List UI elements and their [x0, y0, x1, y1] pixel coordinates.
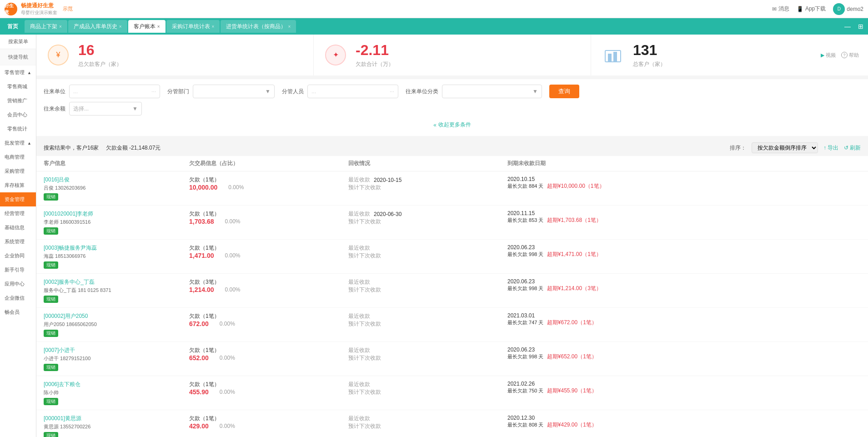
overdue-amount[interactable]: 超期¥1,471.00（1笔） — [547, 251, 602, 257]
person-filter-label: 分管人员 — [282, 88, 304, 95]
customer-filter-input[interactable]: ... ··· — [69, 85, 160, 98]
sidebar-item-retail-stats[interactable]: 零售统计 — [0, 122, 36, 136]
message-btn[interactable]: ✉ 消息 — [772, 5, 789, 13]
sidebar-item-purchase[interactable]: 采购管理 — [0, 164, 36, 178]
tab-customer-ledger[interactable]: 客户账本 × — [128, 20, 166, 33]
sidebar-item-wecom[interactable]: 企业微信 — [0, 291, 36, 305]
tab-production-history[interactable]: 产成品入库单历史 × — [68, 20, 127, 33]
sidebar-item-inventory[interactable]: 库存核算 — [0, 178, 36, 192]
tab-close-icon[interactable]: × — [157, 24, 160, 29]
sidebar-item-ecommerce[interactable]: 电商管理 — [0, 150, 36, 164]
overdue-amount[interactable]: 超期¥429.00（1笔） — [547, 422, 597, 428]
chevron-down-icon: ▼ — [265, 88, 271, 95]
recovery-cell: 最近收款 预计下次收款 — [348, 278, 507, 294]
tab-purchase-by-product[interactable]: 进货单统计表（按商品） × — [221, 20, 296, 33]
table-row: [0006]去下粮仓 陈小帅 现销 欠款（1笔） 455.90 0.00% 最近… — [36, 376, 868, 410]
filter-category: 往来单位分类 ▼ — [406, 85, 542, 98]
customer-info-cell: [0007]小进干 小进干 18279152100 现销 — [44, 347, 189, 371]
filter-customer: 往来单位 ... ··· — [44, 85, 160, 98]
sidebar-item-marketing[interactable]: 营销推广 — [0, 94, 36, 108]
overdue-amount[interactable]: 超期¥672.00（1笔） — [547, 319, 597, 326]
logo-area: 好生意 畅捷通好生意 母婴行业演示账套 示范 — [5, 2, 73, 16]
col-customer-info: 客户信息 — [44, 160, 189, 167]
app-download-btn[interactable]: 📱 App下载 — [797, 5, 826, 13]
customer-info-cell: [0002]服务中心_丁磊 服务中心_丁磊 181 0125 8371 现销 — [44, 278, 189, 303]
person-filter-input[interactable]: ... ··· — [307, 85, 398, 98]
sidebar-item-quick-nav[interactable]: 快捷导航 — [0, 49, 36, 65]
customer-name-link[interactable]: [000002]用户2050 — [44, 312, 189, 320]
top-right-area: ✉ 消息 📱 App下载 D demo2 — [772, 3, 863, 15]
tab-purchase-stats[interactable]: 采购订单统计表 × — [166, 20, 220, 33]
debt-info-cell: 欠款（3笔） 1,214.00 0.00% — [189, 278, 348, 293]
filter-more-icon: ··· — [151, 88, 156, 95]
category-filter-label: 往来单位分类 — [406, 88, 438, 95]
sidebar-item-guide[interactable]: 新手引导 — [0, 263, 36, 277]
customer-name-link[interactable]: [000001]黄思源 — [44, 415, 189, 422]
dept-filter-label: 分管部门 — [167, 88, 189, 95]
overdue-amount[interactable]: 超期¥10,000.00（1笔） — [547, 183, 605, 189]
refresh-btn[interactable]: ↺ 刷新 — [844, 144, 861, 152]
sidebar-item-finance[interactable]: 资金管理 — [0, 192, 36, 206]
customer-name-link[interactable]: [0016]吕俊 — [44, 176, 189, 184]
export-btn[interactable]: ↑ 导出 — [823, 144, 838, 152]
sidebar-search[interactable]: 搜索菜单 — [0, 35, 36, 49]
table-row: [000002]用户2050 用户2050 18665062050 现销 欠款（… — [36, 308, 868, 342]
tab-close-icon[interactable]: × — [59, 24, 62, 29]
tab-close-icon[interactable]: × — [119, 24, 122, 29]
sort-select[interactable]: 按欠款金额倒序排序 — [752, 142, 818, 153]
avatar: D — [833, 3, 845, 15]
customer-phone: 用户2050 18665062050 — [44, 321, 189, 328]
summary-cards: ¥ 16 总欠款客户（家） ✦ -2.11 欠款合计（万） — [36, 35, 868, 75]
sidebar-item-wholesale-mgmt[interactable]: 批发管理 ▲ — [0, 136, 36, 150]
help-btn[interactable]: ? 帮助 — [841, 52, 859, 59]
tab-product-listing[interactable]: 商品上下架 × — [25, 20, 67, 33]
card-overdue-amount: ✦ -2.11 欠款合计（万） — [314, 35, 591, 75]
search-button[interactable]: 查询 — [549, 85, 579, 98]
top-bar: 好生意 畅捷通好生意 母婴行业演示账套 示范 ✉ 消息 📱 App下载 D de… — [0, 0, 868, 18]
card-total-customers: 131 总客户（家） ▶ 视频 ? 帮助 — [591, 35, 868, 75]
debt-info-cell: 欠款（1笔） 455.90 0.00% — [189, 381, 348, 396]
customer-tag: 现销 — [44, 193, 58, 201]
customer-name-link[interactable]: [0002]服务中心_丁磊 — [44, 278, 189, 286]
app-icon: 📱 — [797, 6, 803, 12]
minimize-btn[interactable]: — — [842, 22, 853, 31]
total-customers-label: 总客户（家） — [633, 60, 666, 68]
table-row: [0016]吕俊 吕俊 13026203696 现销 欠款（1笔） 10,000… — [36, 171, 868, 206]
sidebar-item-operations[interactable]: 经营管理 — [0, 206, 36, 221]
logo-icon: 好生意 — [5, 3, 17, 15]
overdue-amount[interactable]: 超期¥1,214.00（3笔） — [547, 285, 602, 291]
overdue-amount[interactable]: 超期¥455.90（1笔） — [547, 387, 597, 394]
sidebar-item-app-center[interactable]: 应用中心 — [0, 277, 36, 291]
sidebar-item-retail-mall[interactable]: 零售商城 — [0, 80, 36, 94]
customer-name-link[interactable]: [0001020001]李老师 — [44, 210, 189, 218]
sidebar-item-retail-mgmt[interactable]: 零售管理 ▲ — [0, 65, 36, 80]
dept-filter-select[interactable]: ▼ — [193, 85, 275, 98]
sidebar-item-member-center[interactable]: 会员中心 — [0, 108, 36, 122]
customer-name-link[interactable]: [0007]小进干 — [44, 347, 189, 354]
tab-close-icon[interactable]: × — [288, 24, 291, 29]
maximize-btn[interactable]: ⊞ — [855, 22, 866, 31]
user-menu[interactable]: D demo2 — [833, 3, 863, 15]
category-filter-select[interactable]: ▼ — [442, 85, 542, 98]
overdue-amount-label: 欠款合计（万） — [356, 60, 394, 68]
video-btn[interactable]: ▶ 视频 — [821, 52, 836, 59]
tab-close-icon[interactable]: × — [212, 24, 215, 29]
filter-balance: 往来余额 选择... ▼ — [44, 102, 142, 116]
tab-home[interactable]: 首页 — [2, 20, 24, 33]
collapse-filter-btn[interactable]: « 收起更多条件 — [44, 119, 861, 131]
customer-name-link[interactable]: [0006]去下粮仓 — [44, 381, 189, 388]
sidebar-item-system[interactable]: 系统管理 — [0, 235, 36, 249]
sidebar-item-member[interactable]: 畅会员 — [0, 305, 36, 319]
sidebar-item-enterprise[interactable]: 企业协同 — [0, 249, 36, 263]
customer-info-cell: [000001]黄思源 黄思源 13552700226 现销 — [44, 415, 189, 437]
debt-info-cell: 欠款（1笔） 429.00 0.00% — [189, 415, 348, 430]
overdue-amount[interactable]: 超期¥652.00（1笔） — [547, 353, 597, 360]
customer-name-link[interactable]: [0003]畅捷服务尹海蕊 — [44, 244, 189, 252]
export-icon: ↑ — [823, 145, 826, 151]
debt-info-cell: 欠款（1笔） 672.00 0.00% — [189, 312, 348, 327]
overdue-amount-number: -2.11 — [356, 42, 394, 59]
svg-rect-4 — [605, 50, 621, 62]
overdue-amount[interactable]: 超期¥1,703.68（1笔） — [547, 217, 602, 223]
sidebar-item-basic-info[interactable]: 基础信息 — [0, 221, 36, 235]
balance-filter-select[interactable]: 选择... ▼ — [69, 102, 142, 116]
